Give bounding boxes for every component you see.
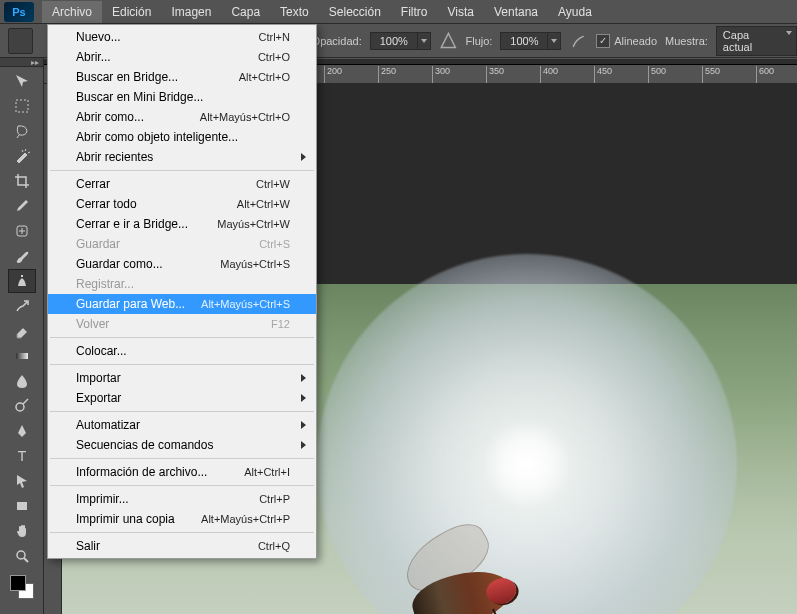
toolbox-expand-icon[interactable]: ▸▸ bbox=[31, 58, 39, 67]
menu-item-shortcut: Alt+Mayús+Ctrl+P bbox=[201, 513, 290, 525]
rectangle-tool[interactable] bbox=[8, 494, 36, 518]
foreground-color[interactable] bbox=[10, 575, 26, 591]
menu-item-shortcut: Alt+Ctrl+I bbox=[244, 466, 290, 478]
menu-item-cerrar[interactable]: CerrarCtrl+W bbox=[48, 174, 316, 194]
menubar: Ps ArchivoEdiciónImagenCapaTextoSelecció… bbox=[0, 0, 797, 24]
clone-stamp-tool[interactable] bbox=[8, 269, 36, 293]
menu-item-label: Cerrar bbox=[76, 177, 256, 191]
history-brush-tool[interactable] bbox=[8, 294, 36, 318]
flow-label: Flujo: bbox=[466, 35, 493, 47]
brush-tool[interactable] bbox=[8, 244, 36, 268]
menu-item-label: Guardar bbox=[76, 237, 259, 251]
menu-item-abrir-como[interactable]: Abrir como...Alt+Mayús+Ctrl+O bbox=[48, 107, 316, 127]
menu-separator bbox=[50, 532, 314, 533]
menu-item-shortcut: F12 bbox=[271, 318, 290, 330]
magic-wand-tool[interactable] bbox=[8, 144, 36, 168]
menu-filtro[interactable]: Filtro bbox=[391, 1, 438, 23]
menu-item-importar[interactable]: Importar bbox=[48, 368, 316, 388]
menu-item-imprimir-una-copia[interactable]: Imprimir una copiaAlt+Mayús+Ctrl+P bbox=[48, 509, 316, 529]
flow-input[interactable] bbox=[500, 32, 548, 50]
menu-item-nuevo[interactable]: Nuevo...Ctrl+N bbox=[48, 27, 316, 47]
menu-item-salir[interactable]: SalirCtrl+Q bbox=[48, 536, 316, 556]
marquee-tool[interactable] bbox=[8, 94, 36, 118]
menu-item-automatizar[interactable]: Automatizar bbox=[48, 415, 316, 435]
menu-ayuda[interactable]: Ayuda bbox=[548, 1, 602, 23]
menu-item-buscar-en-mini-bridge[interactable]: Buscar en Mini Bridge... bbox=[48, 87, 316, 107]
menu-item-shortcut: Alt+Mayús+Ctrl+S bbox=[201, 298, 290, 310]
gradient-tool[interactable] bbox=[8, 344, 36, 368]
menu-item-guardar-como[interactable]: Guardar como...Mayús+Ctrl+S bbox=[48, 254, 316, 274]
path-selection-tool[interactable] bbox=[8, 469, 36, 493]
sample-value: Capa actual bbox=[723, 29, 752, 53]
menu-item-label: Guardar para Web... bbox=[76, 297, 201, 311]
menu-item-label: Imprimir una copia bbox=[76, 512, 201, 526]
menu-item-informaci-n-de-archivo[interactable]: Información de archivo...Alt+Ctrl+I bbox=[48, 462, 316, 482]
menu-item-abrir-como-objeto-inteligente[interactable]: Abrir como objeto inteligente... bbox=[48, 127, 316, 147]
healing-brush-tool[interactable] bbox=[8, 219, 36, 243]
zoom-tool[interactable] bbox=[8, 544, 36, 568]
menu-item-label: Volver bbox=[76, 317, 271, 331]
move-tool[interactable] bbox=[8, 69, 36, 93]
menu-item-guardar-para-web[interactable]: Guardar para Web...Alt+Mayús+Ctrl+S bbox=[48, 294, 316, 314]
menu-item-abrir[interactable]: Abrir...Ctrl+O bbox=[48, 47, 316, 67]
menu-vista[interactable]: Vista bbox=[437, 1, 483, 23]
app-logo: Ps bbox=[4, 2, 34, 22]
menu-separator bbox=[50, 411, 314, 412]
hand-tool[interactable] bbox=[8, 519, 36, 543]
menu-separator bbox=[50, 337, 314, 338]
svg-text:T: T bbox=[17, 448, 26, 464]
menu-item-label: Secuencias de comandos bbox=[76, 438, 290, 452]
svg-point-3 bbox=[16, 403, 24, 411]
airbrush-icon[interactable] bbox=[569, 31, 588, 51]
menu-item-exportar[interactable]: Exportar bbox=[48, 388, 316, 408]
menu-item-shortcut: Ctrl+S bbox=[259, 238, 290, 250]
menu-separator bbox=[50, 485, 314, 486]
menu-capa[interactable]: Capa bbox=[221, 1, 270, 23]
pressure-opacity-icon[interactable] bbox=[439, 31, 458, 51]
svg-rect-2 bbox=[16, 353, 28, 359]
menu-item-shortcut: Ctrl+N bbox=[259, 31, 290, 43]
menu-item-imprimir[interactable]: Imprimir...Ctrl+P bbox=[48, 489, 316, 509]
type-tool[interactable]: T bbox=[8, 444, 36, 468]
menu-item-abrir-recientes[interactable]: Abrir recientes bbox=[48, 147, 316, 167]
menu-item-label: Salir bbox=[76, 539, 258, 553]
aligned-checkbox[interactable] bbox=[596, 34, 610, 48]
menu-item-label: Abrir recientes bbox=[76, 150, 290, 164]
menu-texto[interactable]: Texto bbox=[270, 1, 319, 23]
opacity-dropdown[interactable] bbox=[417, 32, 431, 50]
sample-select[interactable]: Capa actual bbox=[716, 26, 797, 56]
aligned-label: Alineado bbox=[614, 35, 657, 47]
menu-imagen[interactable]: Imagen bbox=[161, 1, 221, 23]
blur-tool[interactable] bbox=[8, 369, 36, 393]
menu-item-colocar[interactable]: Colocar... bbox=[48, 341, 316, 361]
menu-item-label: Información de archivo... bbox=[76, 465, 244, 479]
toolbox: ▸▸ T bbox=[0, 58, 44, 614]
tool-preset-picker[interactable] bbox=[8, 28, 33, 54]
eraser-tool[interactable] bbox=[8, 319, 36, 343]
menu-item-label: Registrar... bbox=[76, 277, 290, 291]
foreground-background-colors[interactable] bbox=[8, 573, 36, 601]
opacity-input[interactable] bbox=[370, 32, 418, 50]
menu-item-cerrar-todo[interactable]: Cerrar todoAlt+Ctrl+W bbox=[48, 194, 316, 214]
menu-item-shortcut: Ctrl+W bbox=[256, 178, 290, 190]
menu-item-cerrar-e-ir-a-bridge[interactable]: Cerrar e ir a Bridge...Mayús+Ctrl+W bbox=[48, 214, 316, 234]
menu-item-shortcut: Mayús+Ctrl+S bbox=[220, 258, 290, 270]
menu-ventana[interactable]: Ventana bbox=[484, 1, 548, 23]
menu-selección[interactable]: Selección bbox=[319, 1, 391, 23]
eyedropper-tool[interactable] bbox=[8, 194, 36, 218]
menu-item-shortcut: Alt+Ctrl+O bbox=[239, 71, 290, 83]
flow-dropdown[interactable] bbox=[547, 32, 561, 50]
crop-tool[interactable] bbox=[8, 169, 36, 193]
dodge-tool[interactable] bbox=[8, 394, 36, 418]
menu-separator bbox=[50, 458, 314, 459]
menu-item-shortcut: Alt+Ctrl+W bbox=[237, 198, 290, 210]
menu-item-shortcut: Ctrl+P bbox=[259, 493, 290, 505]
menu-item-shortcut: Ctrl+O bbox=[258, 51, 290, 63]
menu-item-buscar-en-bridge[interactable]: Buscar en Bridge...Alt+Ctrl+O bbox=[48, 67, 316, 87]
menu-edición[interactable]: Edición bbox=[102, 1, 161, 23]
lasso-tool[interactable] bbox=[8, 119, 36, 143]
pen-tool[interactable] bbox=[8, 419, 36, 443]
menu-item-secuencias-de-comandos[interactable]: Secuencias de comandos bbox=[48, 435, 316, 455]
menu-item-label: Buscar en Mini Bridge... bbox=[76, 90, 290, 104]
menu-archivo[interactable]: Archivo bbox=[42, 1, 102, 23]
